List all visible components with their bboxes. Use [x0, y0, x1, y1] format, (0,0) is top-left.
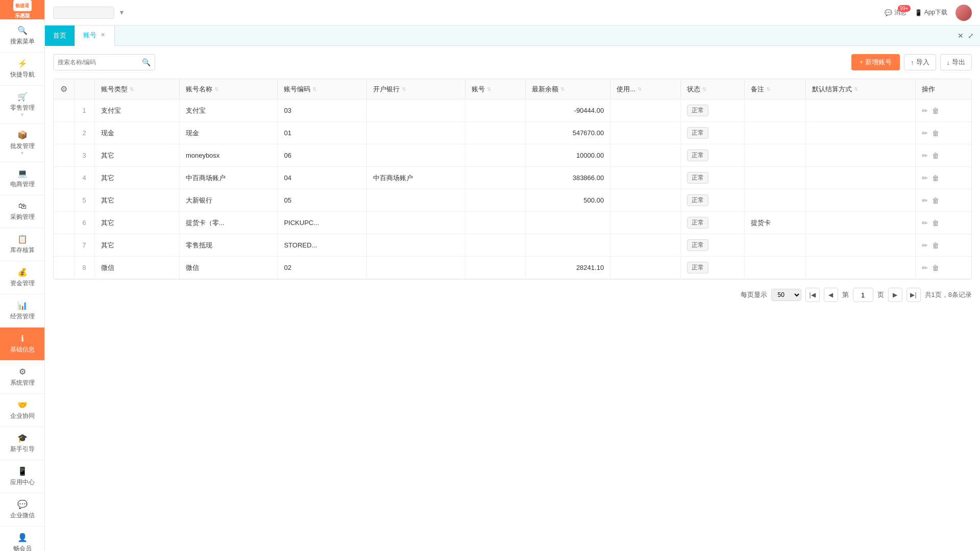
sidebar-item-operations[interactable]: 📊 经营管理	[0, 294, 44, 328]
th-status[interactable]: 状态 ⇅	[681, 79, 745, 99]
td-config-5	[54, 212, 74, 234]
th-usage-sort[interactable]: 使用... ⇅	[617, 85, 674, 94]
td-usage-6	[610, 234, 681, 257]
sidebar-item-member[interactable]: 👤 畅会员	[0, 527, 44, 551]
th-remark[interactable]: 备注 ⇅	[745, 79, 806, 99]
td-config-2	[54, 144, 74, 167]
th-config[interactable]: ⚙	[54, 79, 74, 99]
edit-icon-4[interactable]: ✏	[922, 196, 928, 205]
delete-icon-0[interactable]: 🗑	[932, 107, 939, 115]
edit-icon-2[interactable]: ✏	[922, 152, 928, 160]
export-button[interactable]: ↓ 导出	[940, 54, 972, 70]
sidebar-item-search[interactable]: 🔍 搜索菜单	[0, 19, 44, 53]
sidebar-item-appcenter[interactable]: 📱 应用中心	[0, 460, 44, 493]
sidebar-item-basic[interactable]: ℹ 基础信息	[0, 328, 44, 361]
th-balance-sort[interactable]: 最新余额 ⇅	[532, 85, 604, 94]
action-icons: ✏ 🗑	[922, 174, 965, 182]
th-name-sort[interactable]: 账号名称 ⇅	[186, 85, 272, 94]
tabbar-actions: ✕ ⤢	[958, 32, 980, 40]
toolbar: 🔍 + 新增账号 ↑ 导入 ↓ 导出	[53, 54, 972, 70]
td-code-5: PICKUPC...	[278, 212, 367, 234]
page-next-button[interactable]: ▶	[888, 288, 902, 302]
user-avatar[interactable]	[955, 5, 972, 21]
th-code[interactable]: 账号编码 ⇅	[278, 79, 367, 99]
edit-icon-1[interactable]: ✏	[922, 129, 928, 137]
search-box[interactable]: 🔍	[53, 54, 155, 70]
page-first-button[interactable]: |◀	[805, 288, 820, 302]
th-remark-sort[interactable]: 备注 ⇅	[751, 85, 799, 94]
delete-icon-7[interactable]: 🗑	[932, 264, 939, 272]
tab-account[interactable]: 账号 ✕	[75, 26, 115, 46]
td-config-1	[54, 122, 74, 144]
pagination: 每页显示 50 20 100 |◀ ◀ 第 页 ▶ ▶| 共1页，8条记录	[53, 280, 972, 302]
topbar-search-input[interactable]	[53, 7, 114, 19]
config-icon[interactable]: ⚙	[60, 85, 67, 93]
message-button[interactable]: 💬 消息 99+	[885, 8, 906, 17]
table-row: 5 其它 大新银行 05 500.00 正常 ✏ 🗑	[54, 189, 971, 212]
sidebar-item-inventory[interactable]: 📋 库存核算	[0, 228, 44, 261]
delete-icon-5[interactable]: 🗑	[932, 219, 939, 227]
th-name[interactable]: 账号名称 ⇅	[179, 79, 278, 99]
delete-icon-3[interactable]: 🗑	[932, 174, 939, 182]
th-balance[interactable]: 最新余额 ⇅	[525, 79, 610, 99]
th-bank[interactable]: 开户银行 ⇅	[367, 79, 465, 99]
account-table: ⚙ 账号类型 ⇅ 账号名称 ⇅	[53, 79, 972, 280]
sidebar-item-shortcuts[interactable]: ⚡ 快捷导航	[0, 53, 44, 86]
import-button[interactable]: ↑ 导入	[904, 54, 936, 70]
edit-icon-6[interactable]: ✏	[922, 241, 928, 249]
account-tab-close[interactable]: ✕	[100, 31, 106, 39]
sidebar-item-corp[interactable]: 🤝 企业协同	[0, 394, 44, 427]
sidebar-item-wholesale[interactable]: 📦 批发管理 ▼	[0, 124, 44, 162]
tab-close-action[interactable]: ✕	[958, 32, 964, 40]
app-download-button[interactable]: 📱 App下载	[915, 8, 947, 17]
topbar-dropdown-icon[interactable]: ▼	[118, 9, 125, 16]
page-last-button[interactable]: ▶|	[906, 288, 921, 302]
th-status-sort[interactable]: 状态 ⇅	[687, 85, 738, 94]
new-account-button[interactable]: + 新增账号	[851, 54, 900, 70]
th-settlement-sort[interactable]: 默认结算方式 ⇅	[812, 85, 909, 94]
sidebar-item-wechat[interactable]: 💬 企业微信	[0, 493, 44, 527]
page-size-select[interactable]: 50 20 100	[771, 289, 801, 301]
edit-icon-3[interactable]: ✏	[922, 174, 928, 182]
main-area: ▼ 💬 消息 99+ 📱 App下载 首页 账号 ✕ ✕ ⤢	[45, 0, 980, 551]
delete-icon-4[interactable]: 🗑	[932, 196, 939, 205]
retail-icon: 🛒	[17, 92, 28, 102]
page-number-input[interactable]	[853, 288, 873, 302]
th-account-sort[interactable]: 账号 ⇅	[472, 85, 519, 94]
th-type-sort[interactable]: 账号类型 ⇅	[101, 85, 173, 94]
delete-icon-1[interactable]: 🗑	[932, 129, 939, 137]
td-settlement-5	[806, 212, 916, 234]
edit-icon-5[interactable]: ✏	[922, 219, 928, 227]
edit-icon-7[interactable]: ✏	[922, 264, 928, 272]
th-settlement[interactable]: 默认结算方式 ⇅	[806, 79, 916, 99]
sidebar-item-guide[interactable]: 🎓 新手引导	[0, 427, 44, 460]
sidebar-item-ecommerce[interactable]: 💻 电商管理	[0, 162, 44, 195]
td-account-3	[465, 167, 525, 189]
sidebar-item-retail[interactable]: 🛒 零售管理 ▼	[0, 86, 44, 124]
edit-icon-0[interactable]: ✏	[922, 107, 928, 115]
search-input[interactable]	[58, 59, 142, 66]
th-bank-sort[interactable]: 开户银行 ⇅	[373, 85, 459, 94]
page-prev-button[interactable]: ◀	[824, 288, 838, 302]
sidebar-item-finance[interactable]: 💰 资金管理	[0, 261, 44, 294]
td-type-2: 其它	[94, 144, 179, 167]
new-account-label: + 新增账号	[860, 58, 892, 67]
th-usage[interactable]: 使用... ⇅	[610, 79, 681, 99]
delete-icon-2[interactable]: 🗑	[932, 152, 939, 160]
sidebar-item-purchase[interactable]: 🛍 采购管理	[0, 195, 44, 228]
sidebar-item-system[interactable]: ⚙ 系统管理	[0, 361, 44, 394]
td-action-3: ✏ 🗑	[916, 167, 971, 189]
th-type[interactable]: 账号类型 ⇅	[94, 79, 179, 99]
td-balance-6	[525, 234, 610, 257]
td-account-4	[465, 189, 525, 212]
td-index-5: 6	[74, 212, 94, 234]
tab-home[interactable]: 首页	[45, 26, 75, 46]
td-name-3: 中百商场账户	[179, 167, 278, 189]
delete-icon-6[interactable]: 🗑	[932, 241, 939, 249]
th-code-sort[interactable]: 账号编码 ⇅	[284, 85, 360, 94]
td-status-3: 正常	[681, 167, 745, 189]
th-account[interactable]: 账号 ⇅	[465, 79, 525, 99]
tab-maximize-action[interactable]: ⤢	[968, 32, 974, 40]
th-name-label: 账号名称	[186, 85, 212, 94]
content-area: 🔍 + 新增账号 ↑ 导入 ↓ 导出	[45, 46, 980, 551]
